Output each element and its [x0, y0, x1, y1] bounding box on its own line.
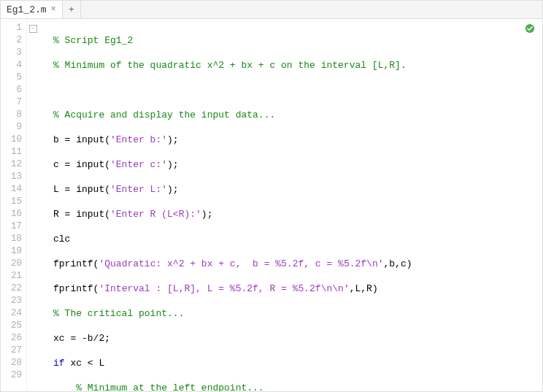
- status-ok-icon: [525, 23, 535, 34]
- new-tab-button[interactable]: +: [63, 1, 81, 18]
- plus-icon: +: [69, 4, 74, 15]
- code-content[interactable]: % Script Eg1_2 % Minimum of the quadrati…: [39, 19, 542, 391]
- editor-area[interactable]: 1234567891011121314151617181920212223242…: [1, 19, 542, 391]
- tab-label: Eg1_2.m: [7, 4, 47, 15]
- tab-file[interactable]: Eg1_2.m ×: [1, 1, 63, 18]
- fold-column: −: [27, 19, 39, 391]
- tab-bar: Eg1_2.m × +: [1, 1, 542, 19]
- close-icon[interactable]: ×: [51, 4, 56, 15]
- editor-window: Eg1_2.m × + 1234567891011121314151617181…: [0, 0, 543, 392]
- fold-toggle-icon[interactable]: −: [29, 25, 37, 33]
- svg-point-0: [525, 24, 534, 33]
- line-number-gutter: 1234567891011121314151617181920212223242…: [1, 19, 27, 391]
